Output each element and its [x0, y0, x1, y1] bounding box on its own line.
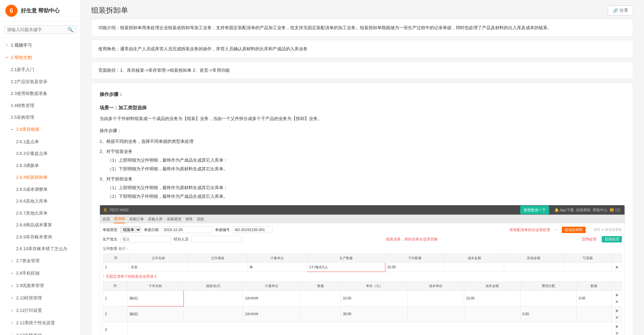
- sidebar-item-docs[interactable]: − 2.帮助文档: [0, 51, 80, 64]
- sidebar-item-inventory[interactable]: − 2.6库存核算: [0, 123, 80, 136]
- th-cost-amt: 成本金额: [444, 254, 504, 263]
- td-seq: 1: [103, 263, 129, 272]
- sidebar-item-label: 2.2产品安装及登录: [11, 78, 47, 85]
- ss-batch-input[interactable]: [120, 236, 171, 242]
- annotation-no-bom: ↑ 无固定清单下的组装在这里录入: [103, 273, 622, 280]
- step3-2: （2）下部明细为子件明细，最终作为产成品生成其它入库单。: [108, 192, 625, 201]
- share-button[interactable]: 🔗 分享: [608, 5, 633, 15]
- sidebar-item-stock-count[interactable]: 2.6.1盘点单: [0, 136, 80, 148]
- ss-enable-btn[interactable]: 启用处理: [602, 236, 622, 242]
- qty-value: 1个/每次/1人: [309, 265, 328, 269]
- th-cost-amt2: 成本金额: [464, 282, 520, 291]
- sidebar-item-label: 2.7资金管理: [16, 258, 40, 264]
- ss-nav-new[interactable]: 新增单: [114, 215, 125, 223]
- sidebar-item-mobile[interactable]: + 2.8手机旺辅: [0, 267, 80, 280]
- td-parent-spec: [188, 263, 248, 272]
- ss-bom-btn[interactable]: 提选的材料: [562, 227, 586, 233]
- scene1-title: 场景一：加工类型选择: [100, 103, 625, 112]
- sidebar-item-label: 2.帮助文档: [11, 54, 32, 61]
- sidebar-item-coupon[interactable]: + 2.9优惠券管理: [0, 280, 80, 292]
- ss-nav: 自页 新增单 采购订单 采购入库 采购退货 销售 回款: [100, 215, 625, 223]
- sidebar-item-stock-check[interactable]: 2.6.9库存账本查询: [0, 231, 80, 243]
- ss-nav-home[interactable]: 自页: [103, 215, 110, 223]
- search-box[interactable]: 🔍: [4, 25, 76, 34]
- content-area: 功能介绍：组装拆卸单用来处理企业组装或拆卸等加工业务，支持有固定装配清单的产品加…: [80, 19, 644, 335]
- sidebar-item-install[interactable]: 2.2产品安装及登录: [0, 76, 80, 88]
- sidebar-item-label: 2.6.5成本调整单: [16, 186, 48, 193]
- sidebar: 6 好生意 帮助中心 🔍 + 1.视频学习 − 2.帮助文档 2.1新手入门 2…: [0, 0, 80, 335]
- td-return: [564, 263, 612, 272]
- sidebar-item-label: 2.8手机旺辅: [16, 270, 40, 277]
- steps-label: 操作步骤：: [100, 126, 625, 135]
- td-action[interactable]: ⊕: [612, 263, 622, 272]
- sidebar-item-cost-reset[interactable]: 2.6.8商品成本重算: [0, 219, 80, 231]
- th-actions: [612, 254, 622, 263]
- sidebar-item-label: 2.11打印设置: [16, 307, 42, 314]
- ss-type-select[interactable]: 组装单 拆卸单: [120, 226, 141, 233]
- search-input[interactable]: [7, 27, 67, 32]
- th-parent-spec: 父件规格: [188, 254, 248, 263]
- ss-date-label: 单据日期: [144, 226, 159, 233]
- ss-topbar-id: TEST-H002: [109, 206, 128, 214]
- sidebar-item-cost-adjust[interactable]: 2.6.5成本调整单: [0, 183, 80, 196]
- ss-parent-table-label: 父件数量 合计：: [103, 245, 622, 252]
- ss-nav-return[interactable]: 采购退货: [167, 215, 181, 223]
- th-ops: [612, 282, 622, 291]
- sidebar-item-payment[interactable]: + 2.13在线支付: [0, 329, 80, 335]
- ss-docno-input[interactable]: [232, 226, 273, 233]
- sidebar-item-label: 2.6库存核算: [16, 126, 40, 133]
- search-icon[interactable]: 🔍: [67, 27, 73, 32]
- sidebar-item-ops[interactable]: + 2.10经营管理: [0, 292, 80, 304]
- th-qty2: 数量: [577, 282, 612, 291]
- sidebar-item-other-out[interactable]: 2.6.7其他出库单: [0, 207, 80, 219]
- ss-body: 单据类型 组装单 拆卸单 单据日期 单据编号 有装配清单的在这里处理: [100, 223, 625, 335]
- ss-preset-btn[interactable]: 预置数据一下: [520, 206, 549, 214]
- sidebar-item-label: 2.3使用前数据准备: [11, 90, 47, 97]
- ss-person-input[interactable]: [191, 236, 242, 242]
- plus-icon: +: [11, 295, 13, 302]
- sidebar-item-data-prep[interactable]: 2.3使用前数据准备: [0, 88, 80, 100]
- sidebar-item-adjust[interactable]: 2.6.3调拨单: [0, 160, 80, 172]
- sidebar-item-label: 2.6.10库存账本错了怎么办: [16, 245, 67, 252]
- share-label: 分享: [620, 7, 628, 13]
- step2-1: （1）上部明细为父件明细，最终作为产成品生成其它入库单；: [108, 156, 625, 165]
- ss-nav-receipt[interactable]: 采购入库: [148, 215, 163, 223]
- logo-text: 好生意 帮助中心: [21, 7, 60, 14]
- sidebar-item-finance[interactable]: + 2.7资金管理: [0, 255, 80, 267]
- plus-icon: +: [11, 307, 13, 314]
- sidebar-item-label: 2.5采购管理: [11, 114, 34, 121]
- minus-icon: −: [11, 126, 13, 133]
- path-text: 页面路径：1、库存核算->库存管理->组装拆卸单 2、首页->常用功能: [98, 68, 230, 73]
- sidebar-item-stock-error[interactable]: 2.6.10库存账本错了怎么办: [0, 243, 80, 255]
- th-child-name: 子件名称: [127, 282, 183, 291]
- sidebar-item-purchase[interactable]: 2.5采购管理: [0, 111, 80, 123]
- scene1-desc: 当由多个子件材料组装成一个成品的业务为【组装】业务，当由一个父件拆分成多个子产品…: [100, 114, 625, 123]
- sidebar-item-label: 2.6.7其他出库单: [16, 210, 48, 217]
- ss-date-input[interactable]: [161, 226, 212, 233]
- plus-icon: +: [11, 258, 13, 265]
- sidebar-item-partial-count[interactable]: 2.6.2分量盘点单: [0, 148, 80, 160]
- ss-form-row2: 生产批次 经办人员 组装业务、拆卸业务在这里切换 启用处理 启用处理: [103, 235, 622, 243]
- sidebar-item-label: 2.1新手入门: [11, 66, 34, 73]
- td-parent-name: 关东: [128, 263, 188, 272]
- sidebar-item-sales[interactable]: 2.4销售管理: [0, 100, 80, 112]
- ss-nav-payment[interactable]: 回款: [197, 215, 204, 223]
- sidebar-item-newbie[interactable]: 2.1新手入门: [0, 64, 80, 76]
- logo-area: 6 好生意 帮助中心: [0, 0, 80, 22]
- sidebar-item-other-in[interactable]: 2.6.6其他入库单: [0, 195, 80, 207]
- plus-icon: +: [11, 320, 13, 327]
- sidebar-item-assembly[interactable]: 2.6.4组装拆卸单: [0, 171, 80, 183]
- sidebar-item-video[interactable]: + 1.视频学习: [0, 39, 80, 51]
- sidebar-item-print[interactable]: + 2.11打印设置: [0, 304, 80, 317]
- th-unit: 计量单位: [248, 254, 307, 263]
- ss-icons: 🔔 App下载 在线帮助 帮助中心 😺 CC: [554, 206, 621, 214]
- path-block: 页面路径：1、库存核算->库存管理->组装拆卸单 2、首页->常用功能: [91, 61, 633, 79]
- annotation-bom: 有装配清单的在这里处理: [509, 226, 550, 233]
- intro-text: 功能介绍：组装拆卸单用来处理企业组装或拆卸等加工业务，支持有固定装配清单的产品加…: [98, 25, 552, 30]
- ss-nav-sales[interactable]: 销售: [185, 215, 193, 223]
- th-returnable: 可退额: [564, 254, 612, 263]
- ss-nav-po[interactable]: 采购订单: [129, 215, 144, 223]
- table-row: 1 测试1 1件/件/件 10.00 10.00 0.00: [103, 291, 622, 306]
- plus-icon: +: [5, 42, 8, 49]
- sidebar-item-system[interactable]: + 2.12系统个性化设置: [0, 317, 80, 329]
